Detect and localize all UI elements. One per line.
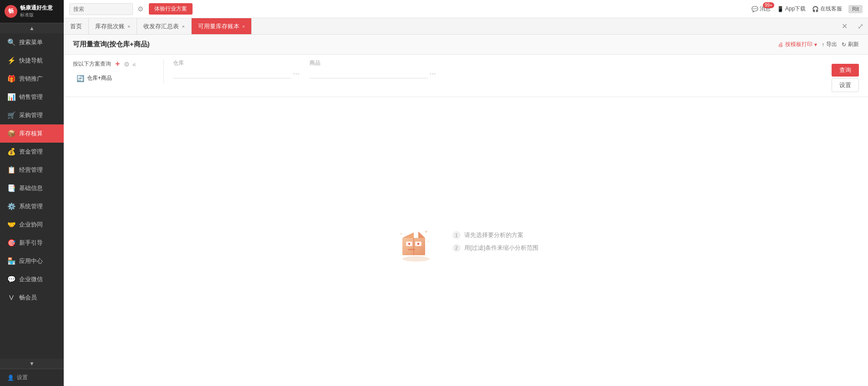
empty-illustration: ✦ ✦ ✦ xyxy=(393,219,439,264)
warehouse-more-button[interactable]: ··· xyxy=(293,70,299,78)
tab-home-label: 首页 xyxy=(70,22,82,31)
sidebar-item-purchase[interactable]: 🛒采购管理 xyxy=(0,106,64,124)
system-icon: ⚙️ xyxy=(7,202,15,211)
sidebar-item-finance[interactable]: 💰资金管理 xyxy=(0,143,64,161)
print-dropdown-icon[interactable]: ▾ xyxy=(814,41,817,48)
query-button[interactable]: 查询 xyxy=(832,64,859,77)
svg-point-0 xyxy=(402,256,430,262)
service-button[interactable]: 🎧 在线客服 xyxy=(812,5,842,13)
refresh-icon: ↻ xyxy=(842,41,846,48)
gear-icon[interactable]: ⚙ xyxy=(137,5,143,13)
tab-batch-account-label: 库存批次账 xyxy=(95,22,125,31)
tab-home[interactable]: 首页 xyxy=(64,18,89,34)
message-button[interactable]: 💬 消息 99+ xyxy=(751,5,771,13)
operation-icon: 📋 xyxy=(7,166,15,174)
tab-available-qty-close[interactable]: × xyxy=(242,24,245,29)
filter-collapse-icon[interactable]: « xyxy=(132,61,136,68)
sidebar-scroll-down[interactable]: ▼ xyxy=(0,359,64,369)
svg-rect-9 xyxy=(408,249,415,250)
filter-settings-icon[interactable]: ⚙ xyxy=(124,61,130,68)
purchase-icon: 🛒 xyxy=(7,111,15,119)
sidebar-label-appstore: 应用中心 xyxy=(19,257,43,265)
sidebar-header: 畅 畅康通好生意 标准版 xyxy=(0,0,64,23)
goods-more-button[interactable]: ··· xyxy=(430,70,436,78)
search-input[interactable] xyxy=(69,3,133,15)
print-button[interactable]: 🖨 按模板打印 ▾ xyxy=(778,41,817,48)
tabs-expand-button[interactable]: ⤢ xyxy=(853,18,868,34)
avatar-icon: 👤 xyxy=(7,375,14,381)
filter-scheme-item[interactable]: 🔄 仓库+商品 xyxy=(73,72,156,84)
wechat-icon: 💬 xyxy=(7,275,15,283)
sidebar-item-system[interactable]: ⚙️系统管理 xyxy=(0,197,64,216)
filter-area: 按以下方案查询 ＋ ⚙ « 🔄 仓库+商品 仓库 ··· xyxy=(64,55,868,97)
export-label: 导出 xyxy=(826,41,837,48)
tab-batch-account-close[interactable]: × xyxy=(127,24,130,29)
svg-text:✦: ✦ xyxy=(400,232,403,236)
username-label: Rit xyxy=(852,6,859,12)
sidebar-label-marketing: 营销推广 xyxy=(19,75,43,83)
sidebar-label-basic: 基础信息 xyxy=(19,184,43,192)
empty-state: ✦ ✦ ✦ 1 请先选择要分析的方案 2 用[过滤]条件来缩小分析范围 xyxy=(64,97,868,386)
sidebar-item-newbie[interactable]: 🎯新手引导 xyxy=(0,234,64,252)
sidebar-label-inventory: 库存核算 xyxy=(19,129,43,138)
sidebar-item-shortcut[interactable]: ⚡快捷导航 xyxy=(0,51,64,70)
page-content: 可用量查询(按仓库+商品) 🖨 按模板打印 ▾ ↑ 导出 ↻ 刷新 xyxy=(64,35,868,386)
sidebar-bottom[interactable]: 👤 设置 xyxy=(0,369,64,386)
tabs-bar: 首页 库存批次账 × 收发存汇总表 × 可用量库存账本 × ✕ ⤢ xyxy=(64,18,868,35)
sidebar-label-enterprise: 企业协同 xyxy=(19,221,43,229)
goods-label: 商品 xyxy=(310,59,437,67)
sidebar-item-wechat[interactable]: 💬企业微信 xyxy=(0,270,64,288)
column-settings-button[interactable]: 设置 xyxy=(832,78,859,92)
filter-header-label: 按以下方案查询 xyxy=(73,60,111,68)
finance-icon: 💰 xyxy=(7,148,15,156)
user-menu[interactable]: Rit xyxy=(848,5,863,13)
topbar: ⚙ 体验行业方案 💬 消息 99+ 📱 App下载 🎧 在线客服 Rit xyxy=(64,0,868,18)
message-icon: 💬 xyxy=(751,6,758,12)
sidebar-item-basic[interactable]: 📑基础信息 xyxy=(0,179,64,197)
tab-batch-account[interactable]: 库存批次账 × xyxy=(89,18,137,34)
sidebar-label-operation: 经营管理 xyxy=(19,166,43,174)
goods-input-row: ··· xyxy=(310,69,437,78)
sidebar-item-marketing[interactable]: 🎁营销推广 xyxy=(0,70,64,88)
basic-icon: 📑 xyxy=(7,184,15,192)
tab-deposit-summary-label: 收发存汇总表 xyxy=(143,22,179,31)
sidebar-label-sales: 销售管理 xyxy=(19,93,43,101)
svg-text:✦: ✦ xyxy=(424,229,428,234)
tab-available-qty[interactable]: 可用量库存账本 × xyxy=(192,18,252,34)
settings-label: 设置 xyxy=(17,374,28,381)
sidebar-label-finance: 资金管理 xyxy=(19,148,43,156)
tip-text-2: 用[过滤]条件来缩小分析范围 xyxy=(464,244,538,252)
tab-deposit-summary-close[interactable]: × xyxy=(182,24,184,29)
filter-add-button[interactable]: ＋ xyxy=(114,59,121,69)
sidebar-item-member[interactable]: V畅会员 xyxy=(0,288,64,307)
sidebar-item-enterprise[interactable]: 🤝企业协同 xyxy=(0,216,64,234)
tab-deposit-summary[interactable]: 收发存汇总表 × xyxy=(137,18,191,34)
sidebar-title-block: 畅康通好生意 标准版 xyxy=(20,5,53,18)
sidebar-nav: 🔍搜索菜单⚡快捷导航🎁营销推广📊销售管理🛒采购管理📦库存核算💰资金管理📋经营管理… xyxy=(0,33,64,359)
empty-box-icon: ✦ ✦ ✦ xyxy=(393,219,439,264)
sidebar-scroll-up[interactable]: ▲ xyxy=(0,23,64,33)
sidebar-label-wechat: 企业微信 xyxy=(19,275,43,283)
sidebar-label-newbie: 新手引导 xyxy=(19,239,43,247)
warehouse-input[interactable] xyxy=(173,69,291,78)
refresh-button[interactable]: ↻ 刷新 xyxy=(842,41,859,48)
newbie-icon: 🎯 xyxy=(7,239,15,247)
sidebar-item-operation[interactable]: 📋经营管理 xyxy=(0,161,64,179)
search-icon: 🔍 xyxy=(7,38,15,46)
sidebar-item-inventory[interactable]: 📦库存核算 xyxy=(0,124,64,143)
sidebar-item-appstore[interactable]: 🏪应用中心 xyxy=(0,252,64,270)
empty-tip-2: 2 用[过滤]条件来缩小分析范围 xyxy=(452,244,538,252)
filter-left-header: 按以下方案查询 ＋ ⚙ « xyxy=(73,59,156,69)
sidebar-item-search[interactable]: 🔍搜索菜单 xyxy=(0,33,64,51)
refresh-label: 刷新 xyxy=(848,41,859,48)
app-download-button[interactable]: 📱 App下载 xyxy=(777,5,806,13)
sidebar-label-shortcut: 快捷导航 xyxy=(19,57,43,65)
sidebar-item-sales[interactable]: 📊销售管理 xyxy=(0,88,64,106)
warehouse-input-row: ··· xyxy=(173,69,300,78)
trial-button[interactable]: 体验行业方案 xyxy=(149,3,193,15)
tabs-close-all-button[interactable]: ✕ xyxy=(836,18,853,34)
empty-tip-1: 1 请先选择要分析的方案 xyxy=(452,231,538,239)
export-button[interactable]: ↑ 导出 xyxy=(822,41,837,48)
printer-icon: 🖨 xyxy=(778,41,783,48)
goods-input[interactable] xyxy=(310,69,428,78)
